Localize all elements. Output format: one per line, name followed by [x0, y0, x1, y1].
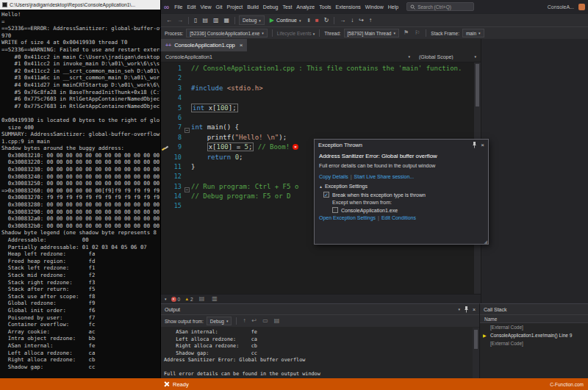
code-segment: ;: [239, 154, 243, 161]
output-panel-header[interactable]: Output ▾ ×: [161, 304, 479, 314]
menu-git[interactable]: Git: [214, 3, 225, 11]
fold-margin: [183, 192, 191, 201]
output-scrollbar[interactable]: [473, 328, 479, 378]
menu-analyze[interactable]: Analyze: [294, 3, 317, 11]
menu-view[interactable]: View: [198, 3, 213, 11]
thread-dropdown[interactable]: [58792] Main Thread ▾: [344, 29, 399, 37]
tab-close-icon[interactable]: ×: [240, 42, 243, 48]
menu-tools[interactable]: Tools: [317, 3, 333, 11]
jump-icon[interactable]: ↑: [241, 317, 247, 325]
search-placeholder: Search (Ctrl+Q): [417, 4, 451, 10]
word-wrap-icon[interactable]: ↩: [250, 317, 258, 325]
fold-margin: [183, 153, 191, 162]
menu-project[interactable]: Project: [224, 3, 245, 11]
open-exception-settings-link[interactable]: Open Exception Settings: [319, 215, 376, 220]
code-text: // Debug program: F5 or D: [191, 192, 290, 201]
warning-count[interactable]: ▲ 2: [184, 297, 193, 302]
call-stack-frame[interactable]: [External Code]: [480, 339, 588, 347]
error-count[interactable]: × 0: [171, 297, 181, 302]
console-titlebar[interactable]: C:\Users\jradigan\desktop\Repos\ConsoleA…: [0, 0, 160, 10]
navigate-back-icon[interactable]: ←: [165, 17, 173, 24]
menu-file[interactable]: File: [172, 3, 184, 11]
lifecycle-events-button[interactable]: Lifecycle Events ▾: [277, 31, 315, 36]
call-stack-header[interactable]: Call Stack: [480, 304, 588, 314]
stack-frame-dropdown[interactable]: main ▾: [462, 29, 484, 37]
step-into-icon[interactable]: ↓: [349, 17, 355, 24]
output-text: ASan internal: fe Left alloca redzone: c…: [161, 328, 473, 378]
output-panel: Output ▾ × Show output from: Debug ▾ ↑ ↩…: [161, 303, 479, 378]
solution-config-dropdown[interactable]: Debug ▾: [239, 15, 265, 25]
account-icon[interactable]: [578, 4, 585, 10]
process-dropdown[interactable]: [52336] ConsoleApplication1.exe ▾: [186, 29, 268, 37]
call-stack-panel: Call Stack Name [External Code]▶ConsoleA…: [479, 303, 588, 378]
close-icon[interactable]: ×: [473, 307, 476, 312]
search-input[interactable]: Search (Ctrl+Q): [406, 2, 474, 11]
break-all-icon[interactable]: ‖: [306, 17, 311, 24]
new-file-icon[interactable]: ▯: [193, 17, 198, 24]
flag-threads-icon[interactable]: ⚑: [402, 29, 410, 37]
save-all-icon[interactable]: ▦: [223, 17, 232, 24]
call-stack-frame[interactable]: ▶ConsoleApplication1.exe!main() Line 9: [480, 331, 588, 339]
toggle-output-icon[interactable]: ▤: [273, 317, 282, 325]
code-segment: 100: [217, 104, 229, 112]
menu-build[interactable]: Build: [245, 3, 261, 11]
tab-consoleapplication1-cpp[interactable]: ++ ConsoleApplication1.cpp ×: [161, 39, 247, 51]
code-text: #include <stdio.h>: [191, 84, 263, 93]
open-file-icon[interactable]: ▤: [201, 17, 209, 24]
scrollbar-thumb[interactable]: [474, 330, 478, 349]
call-stack-rows: [External Code]▶ConsoleApplication1.exe!…: [480, 323, 588, 347]
menu-edit[interactable]: Edit: [184, 3, 198, 11]
editor-margin: [161, 133, 170, 142]
close-icon[interactable]: ×: [481, 142, 484, 148]
fold-margin: [183, 104, 191, 113]
menu-test[interactable]: Test: [281, 3, 295, 11]
pin-icon[interactable]: [464, 306, 469, 313]
code-segment: x[: [204, 104, 216, 112]
toolbar-separator: [234, 17, 235, 24]
unflag-threads-icon[interactable]: ⚐: [413, 29, 421, 37]
messages-icon[interactable]: ▤: [198, 295, 207, 303]
status-ready: Ready: [173, 381, 189, 388]
edit-conditions-link[interactable]: Edit Conditions: [381, 215, 416, 220]
menu-debug[interactable]: Debug: [261, 3, 281, 11]
menu-window[interactable]: Window: [363, 3, 386, 11]
copy-details-link[interactable]: Copy Details: [319, 174, 348, 179]
scrollbar-thumb[interactable]: [476, 64, 479, 106]
code-segment: return: [207, 154, 232, 161]
menu-help[interactable]: Help: [386, 3, 401, 11]
frame-text: [External Code]: [490, 341, 523, 346]
exception-detail: Full error details can be found in the o…: [315, 160, 488, 173]
show-output-from-label: Show output from:: [165, 319, 204, 324]
step-over-icon[interactable]: ↪: [357, 17, 365, 24]
call-stack-frame[interactable]: [External Code]: [480, 323, 588, 331]
clear-all-icon[interactable]: ▭: [261, 317, 270, 325]
module-checkbox[interactable]: [332, 207, 338, 213]
navigate-forward-icon[interactable]: →: [176, 17, 184, 24]
save-icon[interactable]: ▥: [212, 17, 220, 24]
stop-debugging-icon[interactable]: ■: [314, 17, 320, 24]
call-stack-name-column[interactable]: Name: [480, 314, 588, 323]
filter-icon[interactable]: ▥: [210, 295, 219, 303]
breadcrumb-project-dropdown[interactable]: ConsoleApplication1 ▾: [161, 54, 415, 59]
toolbar-separator: [319, 29, 320, 37]
continue-button[interactable]: ▶ Continue ▾: [267, 15, 304, 26]
chevron-down-icon[interactable]: ▾: [165, 297, 167, 301]
exception-settings-toggle[interactable]: ▲ Exception Settings: [315, 181, 488, 190]
step-out-icon[interactable]: ↑: [368, 17, 373, 24]
pin-icon[interactable]: [472, 142, 477, 148]
breadcrumb-scope-dropdown[interactable]: (Global Scope) ▾: [415, 54, 481, 59]
code-editor[interactable]: 1// ConsoleApplication1.cpp : This file …: [161, 62, 481, 294]
line-number: 8: [170, 133, 183, 142]
live-share-link[interactable]: Start Live Share session...: [354, 174, 415, 179]
line-number: 14: [170, 192, 183, 201]
show-next-statement-icon[interactable]: →: [338, 17, 347, 24]
warning-icon: ▲: [184, 297, 189, 301]
restart-icon[interactable]: ↻: [323, 17, 331, 24]
output-source-dropdown[interactable]: Debug ▾: [207, 317, 232, 325]
code-segment: // Boom!: [258, 143, 290, 151]
quick-actions-icon[interactable]: [162, 145, 168, 151]
window-position-icon[interactable]: ▾: [458, 307, 460, 311]
break-checkbox[interactable]: ✓: [323, 192, 329, 198]
resize-grip-icon[interactable]: ◢: [484, 239, 487, 244]
menu-extensions[interactable]: Extensions: [334, 3, 363, 11]
